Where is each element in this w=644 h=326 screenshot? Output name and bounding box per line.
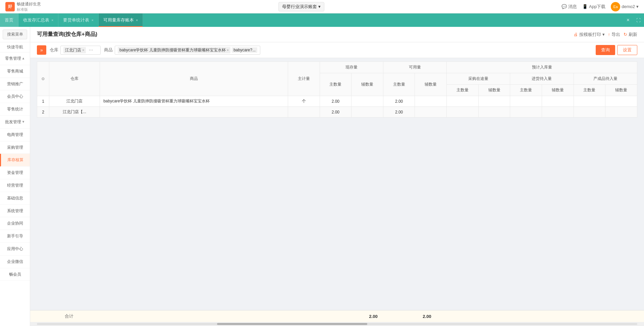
- breadcrumb-label: 标准版: [17, 7, 41, 12]
- sidebar-item-operations-mgmt[interactable]: 经营管理: [0, 179, 30, 192]
- sidebar-item-member-center[interactable]: 会员中心: [0, 90, 30, 103]
- sidebar-item-enterprise-wechat[interactable]: 企业微信: [0, 255, 30, 268]
- row-warehouse: 江北门店: [49, 96, 100, 107]
- row-current-aux: [352, 96, 383, 107]
- sidebar-item-retail-stats-label: 零售统计: [7, 107, 23, 111]
- expand-icon[interactable]: ⛶: [633, 13, 644, 27]
- user-menu[interactable]: Ea demo2 ▾: [611, 2, 639, 11]
- setting-button[interactable]: 设置: [617, 45, 637, 55]
- industry-selector[interactable]: 母婴行业演示账套 ▾: [278, 2, 324, 11]
- sidebar-item-ecommerce-mgmt[interactable]: 电商管理: [0, 129, 30, 141]
- chevron-down-icon: ▾: [318, 4, 321, 9]
- sidebar-item-ecommerce-mgmt-label: 电商管理: [7, 132, 23, 137]
- filter-actions: 查询 设置: [596, 45, 637, 55]
- quick-nav-button[interactable]: 快捷导航: [0, 42, 30, 52]
- table-body: 1 江北门店 babycare学饮杯 儿童防摔防撞吸管杯重力球吸嘴杯宝宝水杯 个…: [37, 96, 637, 118]
- tab-order-stats[interactable]: 要货单统计表 ×: [58, 13, 98, 27]
- sidebar-item-vip-member[interactable]: 畅会员: [0, 268, 30, 281]
- sidebar-item-enterprise-collab[interactable]: 企业协同: [0, 217, 30, 230]
- row-purchase-aux: [478, 107, 510, 118]
- filter-toggle-button[interactable]: »: [37, 45, 46, 55]
- export-button[interactable]: ↑ 导出: [608, 32, 621, 38]
- top-bar-center: 母婴行业演示账套 ▾: [278, 2, 324, 11]
- row-warehouse: 江北门店【...: [49, 107, 100, 118]
- search-menu-button[interactable]: 搜索菜单: [3, 30, 27, 39]
- warehouse-filter-ellipsis[interactable]: ···: [87, 47, 94, 53]
- refresh-button[interactable]: ↻ 刷新: [624, 32, 637, 38]
- th-purchase-aux: 辅数量: [478, 85, 510, 96]
- row-current-main: 2.00: [320, 107, 352, 118]
- close-all-tabs[interactable]: ×: [623, 13, 633, 27]
- row-current-aux: [352, 107, 383, 118]
- user-chevron-icon: ▾: [636, 4, 639, 9]
- scroll-track[interactable]: [37, 323, 637, 325]
- th-settings[interactable]: ⚙: [37, 62, 49, 96]
- th-forecast-inbound: 预计入库量: [447, 62, 637, 73]
- print-by-template-button[interactable]: 🖨 按模板打印 ▾: [574, 32, 605, 38]
- product-filter-tag2: babycare?...: [232, 47, 257, 53]
- active-tab-indicator: [99, 26, 143, 27]
- main-layout: 搜索菜单 快捷导航 零售管理 ▲ 零售商城 营销推广 会员中心 零售统计 批发管…: [0, 27, 644, 326]
- message-label: 消息: [568, 4, 577, 10]
- sidebar-item-inventory-check[interactable]: 库存核算: [0, 154, 30, 167]
- tab-available-inventory[interactable]: 可用量库存账本 ×: [99, 13, 143, 27]
- sidebar-item-wholesale-mgmt[interactable]: 批发管理 ▼: [0, 116, 30, 129]
- row-finished-aux: [605, 107, 637, 118]
- tab-available-inventory-close[interactable]: ×: [136, 18, 138, 22]
- product-tag1-value: babycare学饮杯 儿童防摔防撞吸管杯重力球吸嘴杯宝宝水杯: [119, 47, 226, 53]
- page-actions: 🖨 按模板打印 ▾ ↑ 导出 ↻ 刷新: [574, 32, 638, 38]
- warehouse-filter-input[interactable]: 江北门店 × ···: [60, 46, 101, 55]
- sidebar-item-app-center[interactable]: 应用中心: [0, 243, 30, 255]
- sidebar-item-new-guide[interactable]: 新手引导: [0, 230, 30, 243]
- row-inbound-main: [510, 96, 542, 107]
- message-button[interactable]: 💬 消息: [561, 4, 577, 10]
- product-filter-tag1: babycare学饮杯 儿童防摔防撞吸管杯重力球吸嘴杯宝宝水杯 ×: [118, 47, 230, 53]
- row-index: 2: [37, 107, 49, 118]
- tab-order-stats-close[interactable]: ×: [91, 18, 93, 22]
- warehouse-tag-remove[interactable]: ×: [82, 48, 84, 52]
- sidebar-item-app-center-label: 应用中心: [7, 246, 23, 251]
- row-purchase-main: [447, 107, 479, 118]
- sidebar-item-capital-mgmt[interactable]: 资金管理: [0, 167, 30, 179]
- top-bar: 好 畅捷通好生意 标准版 母婴行业演示账套 ▾ 💬 消息 📱 App下载 Ea …: [0, 0, 644, 13]
- sidebar-item-retail-mgmt[interactable]: 零售管理 ▲: [0, 52, 30, 65]
- product-filter-input[interactable]: babycare学饮杯 儿童防摔防撞吸管杯重力球吸嘴杯宝宝水杯 × babyca…: [115, 46, 260, 55]
- tab-home[interactable]: 首页: [0, 13, 18, 27]
- sidebar-item-system-mgmt[interactable]: 系统管理: [0, 205, 30, 218]
- th-inbound-main: 主数量: [510, 85, 542, 96]
- sidebar-item-retail-mall[interactable]: 零售商城: [0, 65, 30, 78]
- row-product: [100, 107, 288, 118]
- refresh-icon: ↻: [624, 32, 627, 37]
- message-icon: 💬: [561, 4, 567, 9]
- scroll-thumb[interactable]: [217, 323, 367, 325]
- table-row: 1 江北门店 babycare学饮杯 儿童防摔防撞吸管杯重力球吸嘴杯宝宝水杯 个…: [37, 96, 637, 107]
- th-available: 可用量: [383, 62, 446, 73]
- product-filter-label: 商品: [104, 47, 113, 53]
- tab-home-label: 首页: [5, 17, 13, 23]
- app-download-button[interactable]: 📱 App下载: [582, 4, 605, 10]
- sidebar-item-purchase-mgmt[interactable]: 采购管理: [0, 141, 30, 154]
- sidebar-item-operations-mgmt-label: 经营管理: [7, 183, 23, 188]
- tab-available-inventory-label: 可用量库存账本: [103, 17, 134, 23]
- product-tag1-remove[interactable]: ×: [227, 48, 229, 52]
- print-icon: 🖨: [574, 32, 578, 37]
- sidebar-item-retail-stats[interactable]: 零售统计: [0, 103, 30, 116]
- sidebar-item-basic-info-label: 基础信息: [7, 196, 23, 200]
- sidebar-item-basic-info[interactable]: 基础信息: [0, 192, 30, 205]
- sidebar-item-vip-member-label: 畅会员: [9, 272, 21, 277]
- tab-receive-summary[interactable]: 收发存汇总表 ×: [18, 13, 58, 27]
- industry-selector-text: 母婴行业演示账套: [282, 4, 317, 10]
- table-header-row1: ⚙ 仓库 商品 主计量 现存量 可用量 预计入库量: [37, 62, 637, 73]
- row-finished-main: [574, 107, 605, 118]
- data-table: ⚙ 仓库 商品 主计量 现存量 可用量 预计入库量 主数量 辅数量 主数量 辅数…: [37, 61, 637, 118]
- row-inbound-aux: [542, 107, 574, 118]
- horizontal-scrollbar[interactable]: [30, 322, 644, 326]
- th-inbound-pending: 进货待入量: [510, 73, 574, 85]
- content-area: 可用量查询(按仓库+商品) 🖨 按模板打印 ▾ ↑ 导出 ↻ 刷新 »: [30, 27, 644, 326]
- refresh-btn-label: 刷新: [629, 32, 637, 38]
- print-btn-label: 按模板打印: [579, 32, 601, 38]
- tab-receive-summary-close[interactable]: ×: [51, 18, 53, 22]
- query-button[interactable]: 查询: [596, 45, 615, 55]
- settings-gear-icon[interactable]: ⚙: [41, 77, 45, 81]
- sidebar-item-marketing[interactable]: 营销推广: [0, 78, 30, 91]
